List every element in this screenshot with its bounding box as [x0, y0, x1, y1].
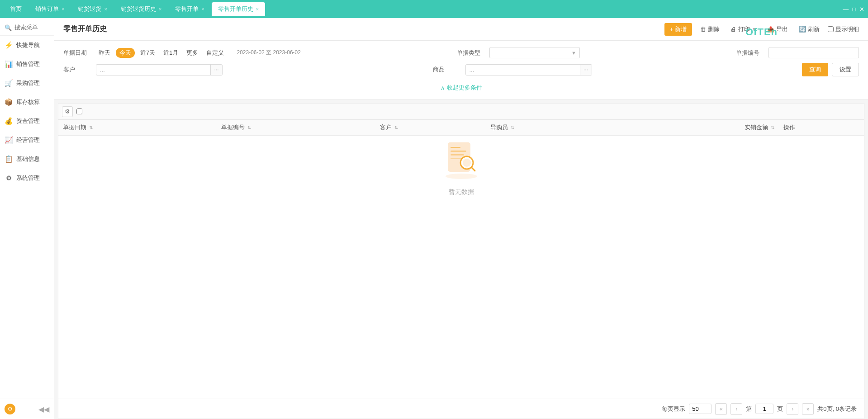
- sidebar-item-quick-nav[interactable]: ⚡ 快捷导航: [0, 36, 54, 55]
- col-guide-sort-icon[interactable]: ⇅: [511, 125, 514, 130]
- table-header-row: 单据日期 ⇅ 单据编号 ⇅ 客户 ⇅: [58, 120, 864, 136]
- window-maximize[interactable]: □: [852, 6, 856, 13]
- show-detail-toggle[interactable]: 显示明细: [828, 25, 859, 33]
- date-opt-custom[interactable]: 自定义: [204, 48, 227, 58]
- collapse-more-btn[interactable]: ∧ 收起更多条件: [63, 81, 859, 93]
- data-table: 单据日期 ⇅ 单据编号 ⇅ 客户 ⇅: [58, 120, 864, 136]
- prev-page-btn[interactable]: ‹: [730, 403, 742, 415]
- add-button[interactable]: + 新增: [664, 23, 693, 36]
- inventory-icon: 📦: [5, 98, 13, 106]
- delete-button[interactable]: 🗑 删除: [697, 24, 722, 35]
- doc-type-select-wrapper: ▼: [489, 47, 580, 58]
- per-page-select[interactable]: 50 100 200: [689, 404, 711, 414]
- add-icon: +: [670, 26, 674, 33]
- current-page-input[interactable]: [755, 404, 773, 414]
- next-page-btn[interactable]: ›: [787, 403, 798, 415]
- table-settings-icon[interactable]: ⚙: [62, 106, 73, 117]
- finance-icon: 💰: [5, 117, 13, 125]
- tab-sales-return[interactable]: 销货退货 ×: [71, 2, 113, 16]
- svg-rect-4: [451, 154, 464, 155]
- sidebar-item-sales-mgmt[interactable]: 📊 销售管理: [0, 55, 54, 74]
- tab-sales-return-close[interactable]: ×: [104, 6, 107, 12]
- sidebar-search[interactable]: 🔍 搜索采单: [0, 18, 54, 36]
- svg-rect-5: [451, 158, 462, 159]
- svg-point-7: [463, 159, 471, 167]
- tab-sales-order[interactable]: 销售订单 ×: [29, 2, 71, 16]
- sidebar-item-system[interactable]: ⚙ 系统管理: [0, 169, 54, 188]
- goods-ellipsis-btn[interactable]: ···: [580, 65, 592, 75]
- sidebar-bottom: ⚙ ◀◀: [0, 399, 54, 419]
- tab-home-label: 首页: [10, 5, 22, 13]
- customer-input-wrapper: ... ···: [96, 64, 223, 75]
- tab-retail-open-history-label: 零售开单历史: [218, 5, 253, 13]
- query-button[interactable]: 查询: [802, 63, 828, 76]
- date-opt-yesterday[interactable]: 昨天: [96, 48, 113, 58]
- tab-retail-open-close[interactable]: ×: [201, 6, 204, 12]
- operations-icon: 📈: [5, 136, 13, 144]
- sidebar-item-finance-label: 资金管理: [16, 117, 40, 125]
- sidebar-item-finance[interactable]: 💰 资金管理: [0, 112, 54, 131]
- page-label: 第: [746, 405, 752, 413]
- refresh-label: 刷新: [808, 25, 820, 33]
- col-customer-sort-icon[interactable]: ⇅: [394, 125, 398, 130]
- tab-retail-open-history[interactable]: 零售开单历史 ×: [212, 2, 265, 16]
- empty-state: 暂无数据: [58, 136, 864, 196]
- total-label: 共0页, 0条记录: [817, 405, 857, 413]
- doc-no-label: 单据编号: [736, 49, 761, 57]
- sidebar-item-inventory[interactable]: 📦 库存核算: [0, 93, 54, 112]
- add-label: 新增: [675, 25, 687, 33]
- first-page-btn[interactable]: «: [715, 403, 727, 415]
- sidebar-item-purchase-mgmt[interactable]: 🛒 采购管理: [0, 74, 54, 93]
- tab-sales-return-history-label: 销货退货历史: [121, 5, 156, 13]
- col-no-label: 单据编号: [221, 124, 245, 131]
- date-options: 昨天 今天 近7天 近1月 更多 自定义: [96, 48, 227, 58]
- tab-sales-return-label: 销货退货: [78, 5, 101, 13]
- refresh-button[interactable]: 🔄 刷新: [796, 24, 822, 35]
- sidebar: 🔍 搜索采单 ⚡ 快捷导航 📊 销售管理 🛒 采购管理 📦 库存核算 💰 资金管…: [0, 18, 54, 419]
- empty-illustration: [439, 136, 484, 181]
- col-amount: 实销金额 ⇅: [620, 120, 778, 136]
- tab-sales-return-history[interactable]: 销货退货历史 ×: [114, 2, 168, 16]
- system-icon: ⚙: [5, 174, 13, 182]
- tab-retail-open-history-close[interactable]: ×: [256, 6, 259, 12]
- window-close[interactable]: ✕: [859, 6, 864, 13]
- date-opt-today[interactable]: 今天: [116, 48, 135, 58]
- export-label: 导出: [776, 25, 788, 33]
- col-no-sort-icon[interactable]: ⇅: [247, 125, 251, 130]
- tab-retail-open[interactable]: 零售开单 ×: [169, 2, 210, 16]
- pagination: 每页显示 50 100 200 « ‹ 第 页 › » 共0页, 0条记录: [58, 399, 864, 419]
- col-amount-sort-icon[interactable]: ⇅: [771, 125, 774, 130]
- tab-sales-return-history-close[interactable]: ×: [159, 6, 161, 12]
- tab-sales-order-close[interactable]: ×: [62, 6, 64, 12]
- col-actions-label: 操作: [783, 124, 795, 131]
- delete-label: 删除: [708, 25, 720, 33]
- doc-type-select[interactable]: [489, 47, 580, 58]
- tab-home[interactable]: 首页: [4, 2, 28, 16]
- sidebar-item-operations[interactable]: 📈 经营管理: [0, 131, 54, 150]
- date-filter-label: 单据日期: [63, 49, 89, 57]
- window-minimize[interactable]: —: [843, 6, 849, 13]
- last-page-btn[interactable]: »: [802, 403, 814, 415]
- settings-icon-btn[interactable]: ⚙: [5, 404, 15, 414]
- customer-ellipsis-btn[interactable]: ···: [210, 65, 222, 75]
- chevron-up-icon: ∧: [441, 85, 445, 91]
- col-date-sort-icon[interactable]: ⇅: [89, 125, 93, 130]
- date-opt-7days[interactable]: 近7天: [138, 48, 158, 58]
- filter-row-1: 单据日期 昨天 今天 近7天 近1月 更多 自定义 2023-06-02 至 2…: [63, 47, 859, 58]
- sidebar-item-quick-nav-label: 快捷导航: [16, 41, 40, 49]
- col-customer-label: 客户: [380, 124, 392, 131]
- doc-no-input[interactable]: [768, 47, 859, 58]
- select-all-checkbox[interactable]: [76, 108, 82, 114]
- date-opt-more[interactable]: 更多: [184, 48, 201, 58]
- show-detail-checkbox[interactable]: [828, 26, 834, 32]
- content-area: 零售开单历史 + 新增 🗑 删除 🖨 打印 ▼ 📤 导出: [54, 18, 868, 419]
- table-toolbar: ⚙: [58, 104, 864, 120]
- sidebar-item-basic-info[interactable]: 📋 基础信息: [0, 150, 54, 169]
- settings-button[interactable]: 设置: [832, 63, 859, 76]
- date-opt-1month[interactable]: 近1月: [161, 48, 181, 58]
- filter-area: 单据日期 昨天 今天 近7天 近1月 更多 自定义 2023-06-02 至 2…: [54, 41, 868, 99]
- svg-rect-3: [451, 151, 466, 152]
- sidebar-collapse-btn[interactable]: ◀◀: [38, 405, 49, 414]
- window-controls: — □ ✕: [843, 6, 864, 13]
- date-range-text: 2023-06-02 至 2023-06-02: [237, 49, 300, 56]
